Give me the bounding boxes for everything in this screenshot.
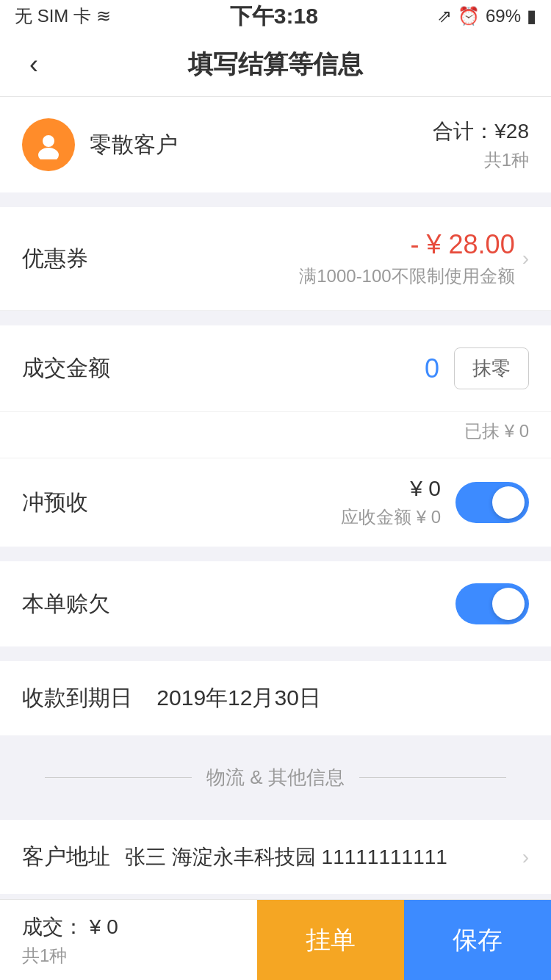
amount-input[interactable]: 0: [381, 353, 439, 384]
bottom-deal: 成交： ¥ 0: [22, 913, 235, 941]
customer-total: 合计：¥28: [433, 118, 529, 145]
customer-info: 零散客户: [22, 118, 178, 171]
amount-sub-row: 已抹 ¥ 0: [0, 412, 551, 458]
nav-bar: ‹ 填写结算等信息: [0, 32, 551, 97]
svg-point-1: [38, 148, 59, 159]
back-button[interactable]: ‹: [22, 42, 46, 87]
bottom-info: 成交： ¥ 0 共1种: [0, 900, 257, 980]
sim-label: 无 SIM 卡 ≋: [15, 4, 111, 28]
coupon-chevron-icon: ›: [522, 247, 529, 270]
amount-section: 成交金额 0 抹零 已抹 ¥ 0 冲预收 ¥ 0 应收金额 ¥ 0: [0, 325, 551, 547]
status-bar: 无 SIM 卡 ≋ 下午3:18 ⇗ ⏰ 69% ▮: [0, 0, 551, 32]
amount-row: 成交金额 0 抹零: [0, 325, 551, 412]
bottom-bar: 成交： ¥ 0 共1种 挂单 保存: [0, 899, 551, 980]
due-date-section: 收款到期日 2019年12月30日: [0, 661, 551, 735]
debt-toggle[interactable]: [455, 583, 529, 624]
bottom-count: 共1种: [22, 944, 235, 968]
amount-right: 0 抹零: [381, 347, 529, 389]
content: 零散客户 合计：¥28 共1种 优惠券 - ¥ 28.00 满1000-100不…: [0, 97, 551, 980]
location-icon: ⇗: [437, 6, 452, 26]
coupon-label: 优惠券: [22, 244, 88, 274]
status-left: 无 SIM 卡 ≋: [15, 4, 111, 28]
page-title: 填写结算等信息: [188, 48, 363, 82]
svg-point-0: [43, 135, 54, 147]
customer-name: 零散客户: [90, 130, 178, 160]
customer-summary: 合计：¥28 共1种: [433, 118, 529, 172]
debt-section: 本单赊欠: [0, 561, 551, 646]
customer-row: 零散客户 合计：¥28 共1种: [0, 97, 551, 192]
prepaid-label: 冲预收: [22, 488, 88, 518]
divider-line-right: [359, 777, 506, 778]
coupon-section[interactable]: 优惠券 - ¥ 28.00 满1000-100不限制使用金额 ›: [0, 207, 551, 311]
address-chevron-icon: ›: [522, 846, 529, 869]
bottom-deal-label: 成交：: [22, 915, 84, 938]
prepaid-toggle[interactable]: [455, 482, 529, 523]
battery-label: 69%: [486, 6, 521, 26]
address-label: 客户地址: [22, 842, 110, 872]
prepaid-sub: 应收金额 ¥ 0: [341, 505, 441, 529]
prepaid-amount: ¥ 0: [341, 476, 441, 501]
status-right: ⇗ ⏰ 69% ▮: [437, 6, 536, 26]
prepaid-right: ¥ 0 应收金额 ¥ 0: [341, 476, 529, 529]
status-time: 下午3:18: [230, 1, 318, 32]
round-zero-button[interactable]: 抹零: [454, 347, 529, 389]
customer-count: 共1种: [433, 148, 529, 172]
amount-label: 成交金额: [22, 353, 110, 383]
address-value: 张三 海淀永丰科技园 11111111111: [125, 843, 515, 871]
prepaid-amounts: ¥ 0 应收金额 ¥ 0: [341, 476, 441, 529]
coupon-sub: 满1000-100不限制使用金额: [299, 264, 514, 288]
alarm-icon: ⏰: [458, 6, 480, 26]
due-date-value: 2019年12月30日: [156, 685, 320, 710]
logistics-divider: 物流 & 其他信息: [0, 750, 551, 805]
divider-line-left: [45, 777, 192, 778]
hold-button[interactable]: 挂单: [257, 900, 404, 980]
bottom-deal-amount: ¥ 0: [90, 915, 118, 938]
amount-already-rounded: 已抹 ¥ 0: [464, 419, 529, 443]
coupon-right: - ¥ 28.00 满1000-100不限制使用金额: [299, 229, 514, 288]
coupon-discount: - ¥ 28.00: [299, 229, 514, 260]
prepaid-row: 冲预收 ¥ 0 应收金额 ¥ 0: [0, 458, 551, 547]
coupon-row[interactable]: 优惠券 - ¥ 28.00 满1000-100不限制使用金额 ›: [0, 207, 551, 311]
address-section[interactable]: 客户地址 张三 海淀永丰科技园 11111111111 ›: [0, 820, 551, 894]
debt-label: 本单赊欠: [22, 589, 110, 619]
save-button[interactable]: 保存: [404, 900, 551, 980]
avatar: [22, 118, 75, 171]
due-date-label: 收款到期日 2019年12月30日: [22, 685, 321, 710]
battery-icon: ▮: [527, 6, 536, 26]
logistics-label: 物流 & 其他信息: [0, 750, 551, 805]
